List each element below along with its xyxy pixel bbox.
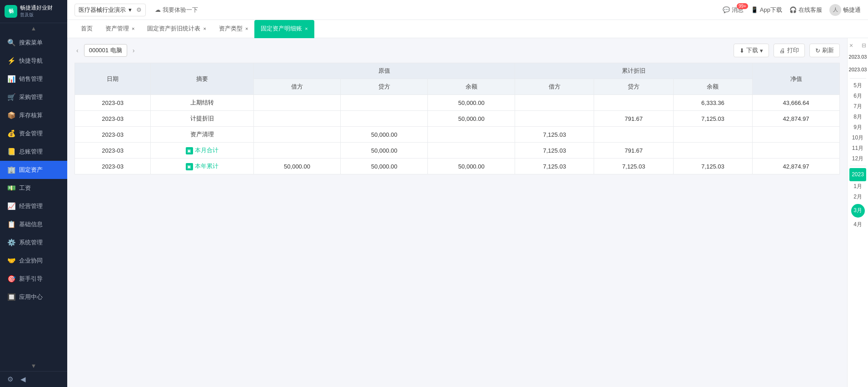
sales-icon: 📊 <box>7 75 15 83</box>
search-icon: 🔍 <box>7 39 15 47</box>
cloud-icon: ☁ <box>155 6 161 13</box>
tab-asset-type-label: 资产类型 <box>219 25 243 33</box>
settings-gear-icon[interactable]: ⚙ <box>136 6 142 13</box>
message-btn[interactable]: 💬 消息 99+ <box>723 6 744 14</box>
col-date: 日期 <box>75 63 151 95</box>
month-7[interactable]: 7月 <box>848 101 868 112</box>
cell-accum-debit <box>515 95 594 111</box>
month-3-active[interactable]: 3月 <box>851 204 865 218</box>
year-section-1[interactable]: 2023.03 <box>848 51 868 64</box>
tab-asset-type-close[interactable]: × <box>245 26 248 31</box>
refresh-btn[interactable]: ↻ 刷新 <box>809 44 840 57</box>
cell-orig-balance: 50,000.00 <box>428 95 515 111</box>
customer-service-btn[interactable]: 🎧 在线客服 <box>789 6 822 14</box>
tab-asset-mgmt[interactable]: 资产管理 × <box>99 20 141 38</box>
year-section-2[interactable]: 2023.03 <box>848 64 868 76</box>
company-name: 医疗器械行业演示 <box>79 6 126 14</box>
logo-icon: 畅 <box>5 5 17 18</box>
orig-balance: 余额 <box>428 79 515 95</box>
tab-home[interactable]: 首页 <box>74 20 99 38</box>
cell-net-value: 42,874.97 <box>753 159 840 174</box>
cell-orig-debit <box>253 95 341 111</box>
sidebar-scroll-up[interactable]: ▲ <box>0 23 67 34</box>
month-2[interactable]: 2月 <box>848 192 868 202</box>
cell-orig-debit <box>253 111 341 127</box>
sidebar-item-business[interactable]: 📈经营管理 <box>0 197 67 215</box>
sidebar-item-apps[interactable]: 🔲应用中心 <box>0 288 67 306</box>
sidebar-item-purchase[interactable]: 🛒采购管理 <box>0 88 67 106</box>
accum-balance: 余额 <box>673 79 752 95</box>
year-2023[interactable]: 2023 <box>849 168 866 182</box>
cell-accum-balance <box>673 143 752 159</box>
user-profile[interactable]: 人 畅捷通 <box>829 4 861 16</box>
print-btn[interactable]: 🖨 打印 <box>774 44 805 57</box>
table-row: 2023-03 上期结转 50,000.00 6,333.36 43,666.6… <box>75 95 840 111</box>
finance-icon: 💰 <box>7 129 15 138</box>
sidebar-label-finance: 资金管理 <box>19 129 43 138</box>
month-4[interactable]: 4月 <box>848 219 868 230</box>
sidebar-item-collab[interactable]: 🤝企业协同 <box>0 252 67 270</box>
month-8[interactable]: 8月 <box>848 112 868 122</box>
download-btn[interactable]: ⬇ 下载 ▾ <box>734 44 769 57</box>
sidebar-bottom: ⚙ ◀ <box>0 371 67 387</box>
experience-label: 我要体验一下 <box>163 6 198 14</box>
month-5[interactable]: 5月 <box>848 80 868 91</box>
panel-expand-icon[interactable]: ⊟ <box>862 42 866 49</box>
sidebar-label-search: 搜索菜单 <box>19 39 43 47</box>
sidebar-item-quicknav[interactable]: ⚡快捷导航 <box>0 52 67 70</box>
collapse-icon[interactable]: ◀ <box>20 375 26 383</box>
tab-asset-detail-close[interactable]: × <box>305 26 308 31</box>
cell-accum-credit: 791.67 <box>594 143 673 159</box>
cell-summary: 上期结转 <box>151 95 253 111</box>
cell-accum-balance <box>673 127 752 143</box>
sidebar-item-guide[interactable]: 🎯新手引导 <box>0 270 67 288</box>
sidebar-item-payroll[interactable]: 💵工资 <box>0 179 67 197</box>
month-12[interactable]: 12月 <box>848 154 868 164</box>
panel-divider-2 <box>850 166 866 166</box>
download-icon: ⬇ <box>739 47 744 54</box>
tab-asset-detail[interactable]: 固定资产明细账 × <box>254 20 314 38</box>
cell-net-value: 42,874.97 <box>753 111 840 127</box>
panel-close-icon[interactable]: × <box>849 42 853 49</box>
sidebar-label-sales: 销售管理 <box>19 75 43 83</box>
orig-credit: 贷方 <box>341 79 428 95</box>
month-1[interactable]: 1月 <box>848 181 868 192</box>
experience-btn[interactable]: ☁ 我要体验一下 <box>155 6 198 14</box>
table-row: 2023-03 ▣本年累计 50,000.00 50,000.00 50,000… <box>75 159 840 174</box>
month-9[interactable]: 9月 <box>848 122 868 133</box>
table-row: 2023-03 计提折旧 50,000.00 791.67 7,125.03 4… <box>75 111 840 127</box>
right-panel: × ⊟ 2023.03 2023.03 5月 6月 7月 8月 9月 10月 1… <box>847 38 868 387</box>
sidebar-item-basic[interactable]: 📋基础信息 <box>0 215 67 233</box>
next-asset-btn[interactable]: › <box>131 46 137 55</box>
cell-summary: ▣本年累计 <box>151 159 253 174</box>
company-selector[interactable]: 医疗器械行业演示 ▾ ⚙ <box>74 4 146 16</box>
sidebar-item-fixedasset[interactable]: 🏢固定资产 <box>0 161 67 179</box>
sidebar-item-search[interactable]: 🔍搜索菜单 <box>0 34 67 52</box>
sidebar-item-sales[interactable]: 📊销售管理 <box>0 70 67 88</box>
sidebar-item-ledger[interactable]: 📒总账管理 <box>0 143 67 161</box>
top-bar-right: 💬 消息 99+ 📱 App下载 🎧 在线客服 人 畅捷通 <box>723 4 861 16</box>
tab-asset-mgmt-close[interactable]: × <box>132 26 134 31</box>
orig-debit: 借方 <box>253 79 341 95</box>
prev-asset-btn[interactable]: ‹ <box>74 46 80 55</box>
message-icon: 💬 <box>723 6 730 13</box>
sidebar-item-system[interactable]: ⚙️系统管理 <box>0 233 67 252</box>
settings-icon[interactable]: ⚙ <box>7 375 13 383</box>
month-11[interactable]: 11月 <box>848 143 868 154</box>
sidebar-item-finance[interactable]: 💰资金管理 <box>0 124 67 143</box>
month-10[interactable]: 10月 <box>848 133 868 143</box>
download-chevron: ▾ <box>760 47 763 54</box>
payroll-icon: 💵 <box>7 184 15 192</box>
tab-asset-type[interactable]: 资产类型 × <box>213 20 254 38</box>
month-6[interactable]: 6月 <box>848 91 868 101</box>
print-label: 打印 <box>787 46 799 55</box>
cell-accum-debit <box>515 111 594 127</box>
app-logo: 畅 畅捷通好业财 普及版 <box>0 0 67 23</box>
app-download-btn[interactable]: 📱 App下载 <box>751 6 782 14</box>
summary-label: 本年累计 <box>195 163 218 169</box>
col-net-value: 净值 <box>753 63 840 95</box>
tab-depreciation-stat[interactable]: 固定资产折旧统计表 × <box>141 20 212 38</box>
sidebar-scroll-down[interactable]: ▼ <box>0 361 67 371</box>
tab-depreciation-stat-close[interactable]: × <box>203 26 206 31</box>
sidebar-item-inventory[interactable]: 📦库存核算 <box>0 106 67 124</box>
